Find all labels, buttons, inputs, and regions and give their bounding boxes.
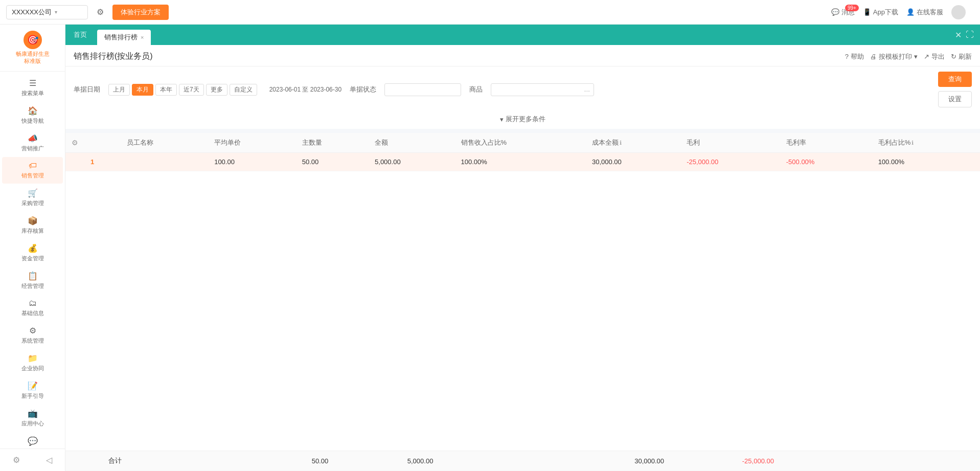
sidebar-label: 系统管理 (21, 337, 44, 345)
col-sales-pct: 销售收入占比% (455, 133, 586, 153)
sidebar-item-经营管理[interactable]: 📋 经营管理 (2, 267, 63, 294)
message-button[interactable]: 💬 消息 99+ (831, 8, 855, 17)
print-icon: 🖨 (870, 53, 877, 60)
total-gross: -25,000.00 (736, 451, 844, 471)
sidebar-icon: 🏷 (29, 161, 37, 170)
sidebar-icon: 🗂 (29, 299, 37, 308)
total-avg-price (198, 451, 306, 471)
sidebar-icon: 📦 (28, 216, 38, 226)
filter-settings-button[interactable]: 设置 (938, 91, 972, 107)
logo-icon: 🎯 (24, 31, 42, 49)
total-table: 合计 50.00 5,000.00 30,000.00 -25,000.00 (65, 451, 980, 471)
sidebar-label: 搜索菜单 (21, 89, 44, 97)
status-filter-wrap (384, 83, 461, 96)
sidebar-label: 基础信息 (21, 309, 44, 317)
export-button[interactable]: ↗ 导出 (924, 52, 945, 61)
column-settings-icon[interactable]: ⚙ (72, 139, 78, 147)
refresh-button[interactable]: ↻ 刷新 (951, 52, 972, 61)
expand-more-button[interactable]: ▾ 展开更多条件 (500, 113, 545, 126)
action-buttons: 查询 设置 (938, 72, 972, 107)
row-sales-pct: 100.00% (455, 153, 586, 171)
sidebar-label: 企业协同 (21, 365, 44, 372)
sidebar-item-新手引导[interactable]: 📝 新手引导 (2, 377, 63, 404)
sidebar-item-系统管理[interactable]: ⚙ 系统管理 (2, 322, 63, 349)
goods-ellipsis-icon[interactable]: … (584, 86, 590, 93)
row-employee (121, 153, 209, 171)
sidebar-settings-icon[interactable]: ⚙ (11, 453, 22, 467)
date-custom-button[interactable]: 自定义 (230, 84, 257, 96)
goods-filter-label: 商品 (469, 85, 483, 94)
top-bar: XXXXXX公司 ▾ ⚙ 体验行业方案 💬 消息 99+ 📱 App下载 👤 在… (0, 0, 980, 25)
company-settings-button[interactable]: ⚙ (93, 5, 107, 19)
sidebar-item-搜索菜单[interactable]: ☰ 搜索菜单 (2, 74, 63, 101)
date-last-month-button[interactable]: 上月 (108, 84, 130, 96)
expand-down-icon: ▾ (500, 116, 504, 123)
tab-close-icon[interactable]: × (141, 34, 144, 40)
template-print-button[interactable]: 🖨 按模板打印 ▾ (870, 52, 918, 61)
date-last7-button[interactable]: 近7天 (179, 84, 204, 96)
sidebar-item-快捷导航[interactable]: 🏠 快捷导航 (2, 102, 63, 129)
sidebar-label: 新手引导 (21, 392, 44, 400)
row-avg-price: 100.00 (208, 153, 296, 171)
online-service-button[interactable]: 👤 在线客服 (906, 8, 943, 17)
date-this-month-button[interactable]: 本月 (132, 84, 153, 96)
sidebar-item-企业微信[interactable]: 💬 企业微信 (2, 432, 63, 448)
table-body: 1 100.00 50.00 5,000.00 100.00% 30,000.0… (65, 153, 980, 171)
sidebar-icon: ⚙ (29, 326, 36, 335)
table-container: ⚙ 员工名称 平均单价 主数量 全额 销售收入占比% 成本全额ℹ (65, 133, 980, 451)
expand-more-row: ▾ 展开更多条件 (74, 110, 972, 127)
sidebar-item-应用中心[interactable]: 📺 应用中心 (2, 405, 63, 432)
cost-info-icon[interactable]: ℹ (620, 140, 622, 146)
query-button[interactable]: 查询 (938, 72, 972, 87)
page-content: 销售排行榜(按业务员) ? 帮助 🖨 按模板打印 ▾ ↗ (65, 45, 980, 471)
sidebar-item-营销推广[interactable]: 📣 营销推广 (2, 129, 63, 156)
col-main-qty: 主数量 (296, 133, 369, 153)
total-gross-pct (951, 451, 980, 471)
date-filter-label: 单据日期 (74, 85, 100, 94)
sidebar-icon: 📝 (28, 381, 38, 391)
row-gross: -25,000.00 (680, 153, 780, 171)
avatar[interactable] (951, 5, 966, 19)
message-icon: 💬 (831, 8, 839, 16)
tab-home[interactable]: 首页 (65, 25, 95, 45)
col-rank (84, 133, 121, 153)
sidebar-item-基础信息[interactable]: 🗂 基础信息 (2, 295, 63, 321)
export-icon: ↗ (924, 53, 929, 60)
tab-sales-ranking[interactable]: 销售排行榜 × (97, 30, 151, 45)
gross-pct-info-icon[interactable]: ℹ (911, 140, 914, 146)
trial-button[interactable]: 体验行业方案 (112, 5, 169, 20)
row-main-qty: 50.00 (296, 153, 369, 171)
sidebar-item-企业协同[interactable]: 📁 企业协同 (2, 349, 63, 376)
sidebar-icon: 📺 (28, 409, 38, 418)
sidebar-label: 销售管理 (21, 172, 44, 180)
total-amount: 5,000.00 (401, 451, 509, 471)
sidebar-item-资金管理[interactable]: 💰 资金管理 (2, 239, 63, 266)
sidebar-collapse-icon[interactable]: ◁ (44, 453, 54, 467)
sidebar-label: 库存核算 (21, 227, 44, 235)
tab-maximize-button[interactable]: ⛶ (966, 30, 974, 39)
row-cost-amount: 30,000.00 (586, 153, 680, 171)
date-this-year-button[interactable]: 本年 (155, 84, 177, 96)
total-row: 合计 50.00 5,000.00 30,000.00 -25,000.00 (65, 451, 980, 471)
status-filter-select[interactable] (384, 83, 461, 96)
goods-filter-wrap: … (491, 83, 594, 96)
sidebar-label: 资金管理 (21, 255, 44, 262)
row-gross-rate: -500.00% (780, 153, 872, 171)
table-wrap: ⚙ 员工名称 平均单价 主数量 全额 销售收入占比% 成本全额ℹ (65, 133, 980, 471)
filter-row-1: 单据日期 上月 本月 本年 近7天 更多 自定义 2023-06-01 至 20… (74, 72, 972, 107)
col-gross-rate: 毛利率 (780, 133, 872, 153)
date-more-button[interactable]: 更多 (206, 84, 227, 96)
company-selector[interactable]: XXXXXX公司 ▾ (6, 5, 88, 19)
sidebar-icon: 📣 (28, 133, 38, 143)
app-download-button[interactable]: 📱 App下载 (863, 8, 898, 17)
row-rank: 1 (84, 153, 121, 171)
row-settings (65, 153, 84, 171)
sidebar-item-采购管理[interactable]: 🛒 采购管理 (2, 184, 63, 211)
sidebar-item-销售管理[interactable]: 🏷 销售管理 (2, 157, 63, 184)
sidebar-item-库存核算[interactable]: 📦 库存核算 (2, 212, 63, 239)
top-right-area: 💬 消息 99+ 📱 App下载 👤 在线客服 (831, 5, 974, 19)
goods-filter-input[interactable] (491, 83, 594, 96)
tab-close-button[interactable]: ✕ (955, 30, 962, 40)
help-button[interactable]: ? 帮助 (845, 52, 864, 61)
col-settings: ⚙ (65, 133, 84, 153)
